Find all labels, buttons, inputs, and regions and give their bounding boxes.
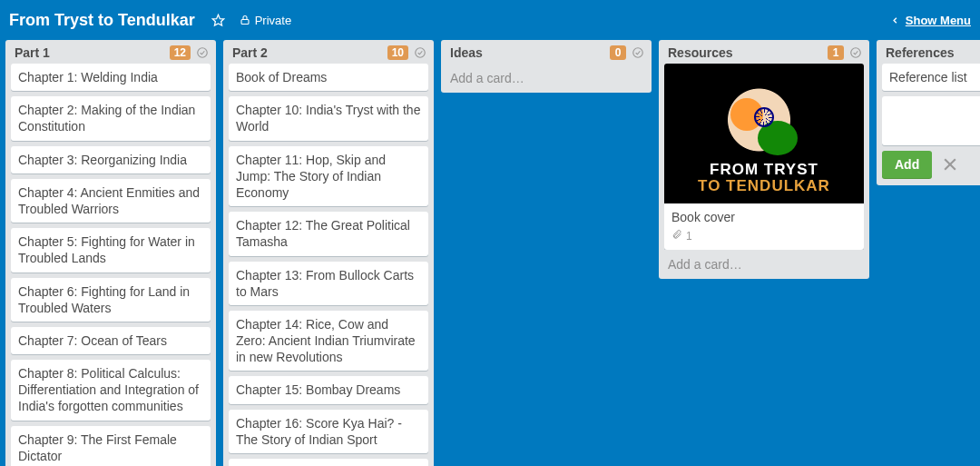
card[interactable]: FROM TRYSTTO TENDULKARBook cover1	[664, 64, 864, 250]
card[interactable]: Chapter 16: Score Kya Hai? - The Story o…	[229, 410, 428, 453]
list-cards: Book of DreamsChapter 10: India's Tryst …	[223, 62, 434, 466]
card-title: Chapter 6: Fighting for Land in Troubled…	[18, 283, 203, 316]
list-title: Ideas	[450, 45, 610, 60]
card[interactable]: Chapter 15: Bombay Dreams	[229, 376, 428, 403]
list: Resources1FROM TRYSTTO TENDULKARBook cov…	[659, 40, 869, 279]
card-title: Chapter 5: Fighting for Water in Trouble…	[18, 233, 203, 266]
cover-line1: FROM TRYST	[664, 162, 864, 178]
lock-icon	[240, 15, 250, 25]
card-title: Book cover	[671, 209, 857, 225]
svg-point-5	[851, 48, 861, 58]
attachment-icon	[671, 229, 682, 244]
add-card-link[interactable]: Add a card…	[659, 250, 869, 279]
card[interactable]: Chapter 6: Fighting for Land in Troubled…	[11, 278, 211, 322]
svg-point-3	[416, 48, 426, 58]
card-title: Chapter 11: Hop, Skip and Jump: The Stor…	[236, 152, 421, 202]
card-title: Chapter 4: Ancient Enmities and Troubled…	[18, 184, 203, 217]
card[interactable]: Chapter 14: Rice, Cow and Zero: Ancient …	[229, 311, 428, 372]
card-title: Chapter 14: Rice, Cow and Zero: Ancient …	[236, 316, 421, 366]
svg-point-4	[633, 48, 643, 58]
card[interactable]: Chapter 7: Ocean of Tears	[11, 327, 211, 354]
card-title: Chapter 16: Score Kya Hai? - The Story o…	[236, 415, 421, 448]
list: Part 210Book of DreamsChapter 10: India'…	[223, 40, 434, 466]
list: ReferencesReference listAdd	[877, 40, 980, 185]
list-count-badge: 0	[610, 45, 626, 60]
add-card-link[interactable]: Add a card…	[441, 64, 652, 93]
card[interactable]: Chapter 3: Reorganizing India	[11, 146, 211, 174]
list-title: Part 1	[15, 45, 170, 60]
card-title: Chapter 9: The First Female Dictator	[18, 431, 203, 464]
card[interactable]: Chapter 12: The Great Political Tamasha	[229, 212, 428, 255]
list-wrapper: Resources1FROM TRYSTTO TENDULKARBook cov…	[659, 40, 869, 279]
card-title: Chapter 10: India's Tryst with the World	[236, 102, 421, 134]
card[interactable]: Chapter 17: Into the Future	[229, 459, 428, 466]
list-menu-icon[interactable]	[632, 46, 644, 59]
list-wrapper: ReferencesReference listAdd	[877, 40, 980, 185]
list-wrapper: Part 210Book of DreamsChapter 10: India'…	[223, 40, 434, 457]
card-title: Chapter 1: Welding India	[18, 69, 203, 85]
list-count-badge: 12	[170, 45, 191, 60]
add-card-button[interactable]: Add	[882, 151, 932, 178]
list-wrapper: Part 112Chapter 1: Welding IndiaChapter …	[5, 40, 216, 457]
card[interactable]: Reference list	[882, 64, 980, 91]
card[interactable]: Book of Dreams	[229, 64, 428, 91]
cover-line2: TO TENDULKAR	[664, 178, 864, 194]
list-header[interactable]: References	[877, 40, 980, 62]
card[interactable]: Chapter 9: The First Female Dictator	[11, 426, 211, 466]
card-title: Chapter 13: From Bullock Carts to Mars	[236, 267, 421, 300]
list-menu-icon[interactable]	[414, 46, 426, 59]
list-title: Part 2	[232, 45, 387, 60]
svg-rect-1	[241, 20, 249, 25]
close-icon[interactable]	[941, 155, 959, 174]
card-composer[interactable]	[882, 96, 980, 145]
attachment-count: 1	[686, 230, 692, 244]
card-title: Chapter 15: Bombay Dreams	[236, 382, 421, 398]
list-cards: Reference list	[877, 62, 980, 151]
list-menu-icon[interactable]	[849, 46, 862, 59]
card-title: Chapter 2: Making of the Indian Constitu…	[18, 102, 203, 134]
board-canvas: Part 112Chapter 1: Welding IndiaChapter …	[0, 40, 980, 466]
list-cards: FROM TRYSTTO TENDULKARBook cover1	[659, 62, 869, 250]
privacy-label: Private	[255, 14, 291, 27]
chevron-left-icon	[890, 15, 900, 25]
show-menu-button[interactable]: Show Menu	[890, 14, 971, 27]
list-menu-icon[interactable]	[196, 46, 209, 59]
list-header[interactable]: Resources1	[659, 40, 869, 62]
card-cover: FROM TRYSTTO TENDULKAR	[664, 64, 864, 203]
list-title: Resources	[668, 45, 828, 60]
list-header[interactable]: Part 210	[223, 40, 434, 62]
privacy-button[interactable]: Private	[234, 10, 297, 31]
card-title: Chapter 3: Reorganizing India	[18, 152, 203, 168]
list: Part 112Chapter 1: Welding IndiaChapter …	[5, 40, 216, 466]
card-title: Chapter 12: The Great Political Tamasha	[236, 217, 421, 250]
list-wrapper: Ideas0Add a card…	[441, 40, 652, 93]
board-header: From Tryst to Tendulkar Private Show Men…	[0, 0, 980, 40]
list-count-badge: 10	[387, 45, 408, 60]
card[interactable]: Chapter 8: Political Calculus: Different…	[11, 360, 211, 421]
card[interactable]: Chapter 13: From Bullock Carts to Mars	[229, 262, 428, 305]
list-header[interactable]: Ideas0	[441, 40, 652, 62]
card[interactable]: Chapter 2: Making of the Indian Constitu…	[11, 96, 211, 140]
card[interactable]: Chapter 11: Hop, Skip and Jump: The Stor…	[229, 146, 428, 207]
card-title: Reference list	[889, 69, 980, 85]
card-title: Chapter 8: Political Calculus: Different…	[18, 365, 203, 415]
list: Ideas0Add a card…	[441, 40, 652, 93]
list-title: References	[886, 45, 980, 60]
card[interactable]: Chapter 1: Welding India	[11, 64, 211, 91]
card[interactable]: Chapter 10: India's Tryst with the World	[229, 96, 428, 140]
list-cards: Chapter 1: Welding IndiaChapter 2: Makin…	[5, 62, 216, 466]
card-badges: 1	[671, 229, 857, 244]
svg-point-2	[198, 48, 208, 58]
list-count-badge: 1	[828, 45, 844, 60]
card[interactable]: Chapter 4: Ancient Enmities and Troubled…	[11, 179, 211, 223]
card-title: Chapter 7: Ocean of Tears	[18, 332, 203, 349]
show-menu-label: Show Menu	[906, 14, 971, 27]
board-title[interactable]: From Tryst to Tendulkar	[9, 11, 195, 30]
composer-actions: Add	[877, 151, 980, 185]
card-title: Book of Dreams	[236, 69, 421, 85]
star-button[interactable]	[206, 10, 230, 31]
star-icon	[211, 14, 225, 27]
svg-marker-0	[212, 15, 224, 25]
card[interactable]: Chapter 5: Fighting for Water in Trouble…	[11, 228, 211, 272]
list-header[interactable]: Part 112	[5, 40, 216, 62]
